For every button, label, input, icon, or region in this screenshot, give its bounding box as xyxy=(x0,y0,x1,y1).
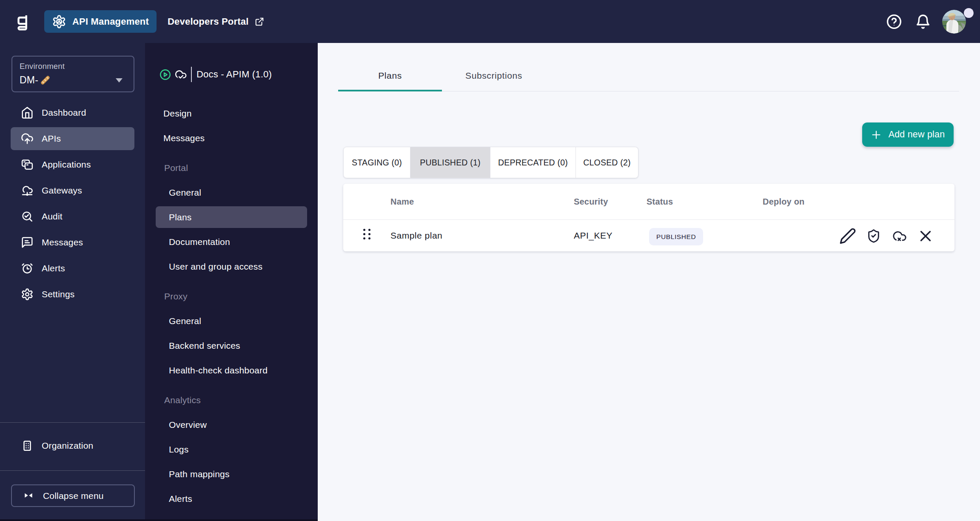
edit-plan-button[interactable] xyxy=(840,229,855,243)
api-menu-section-analytics: Analytics xyxy=(156,389,307,411)
api-menu-backend-services[interactable]: Backend services xyxy=(156,335,307,356)
sidebar-item-apis[interactable]: APIs xyxy=(11,127,134,150)
api-menu-label: Design xyxy=(163,108,192,119)
filter-label: CLOSED (2) xyxy=(583,158,630,168)
sidebar-item-label: Dashboard xyxy=(42,108,86,118)
api-menu-label: Overview xyxy=(169,420,207,430)
add-new-plan-button[interactable]: Add new plan xyxy=(862,122,954,147)
plan-name-cell: Sample plan xyxy=(390,220,442,251)
api-menu-label: Logs xyxy=(169,444,188,455)
filter-deprecated[interactable]: DEPRECATED (0) xyxy=(490,147,576,178)
sidebar-item-organization[interactable]: Organization xyxy=(11,434,134,457)
api-menu-label: Messages xyxy=(163,133,205,143)
bell-icon xyxy=(914,13,932,30)
api-menu-label: Backend services xyxy=(169,341,240,351)
applications-icon xyxy=(21,158,34,171)
api-menu-label: Health-check dashboard xyxy=(169,365,268,376)
search-check-icon xyxy=(21,210,34,223)
api-title: Docs - APIM (1.0) xyxy=(197,69,272,80)
api-menu-label: General xyxy=(169,316,201,326)
api-menu-section-proxy: Proxy xyxy=(156,285,307,307)
table-header: Name Security Status Deploy on xyxy=(343,184,954,220)
filter-closed[interactable]: CLOSED (2) xyxy=(576,147,638,178)
api-menu-portal-general[interactable]: General xyxy=(156,182,307,203)
api-started-icon xyxy=(159,68,171,81)
api-menu-logs[interactable]: Logs xyxy=(156,438,307,460)
avatar[interactable] xyxy=(942,10,966,34)
collapse-menu-button[interactable]: Collapse menu xyxy=(11,484,135,507)
api-menu-documentation[interactable]: Documentation xyxy=(156,231,307,253)
filter-label: STAGING (0) xyxy=(352,158,402,168)
top-bar-actions xyxy=(886,10,980,34)
add-new-plan-label: Add new plan xyxy=(889,129,945,140)
filter-published[interactable]: PUBLISHED (1) xyxy=(410,147,490,178)
tabs-bar: Plans Subscriptions xyxy=(338,43,959,91)
sidebar-item-label: Applications xyxy=(42,159,91,170)
sidebar-item-settings[interactable]: Settings xyxy=(11,283,134,306)
api-menu-proxy-general[interactable]: General xyxy=(156,310,307,332)
sidebar-item-label: Settings xyxy=(42,289,74,299)
api-menu-label: Plans xyxy=(169,212,192,222)
notifications-button[interactable] xyxy=(914,13,932,30)
unpublish-plan-button[interactable] xyxy=(892,229,907,243)
api-menu: Design Messages Portal General Plans Doc… xyxy=(145,102,318,512)
api-menu-path-mappings[interactable]: Path mappings xyxy=(156,463,307,485)
api-menu-plans[interactable]: Plans xyxy=(156,206,307,228)
api-menu-overview[interactable]: Overview xyxy=(156,414,307,436)
tab-label: Subscriptions xyxy=(465,71,522,81)
developers-portal-label: Developers Portal xyxy=(168,16,248,27)
sidebar-item-applications[interactable]: Applications xyxy=(11,153,134,176)
main-nav: Dashboard APIs Applications xyxy=(11,101,134,309)
alarm-clock-icon xyxy=(21,262,34,275)
plan-policies-button[interactable] xyxy=(866,229,881,243)
main-sidebar: Environment DM- Dashboard xyxy=(0,43,145,521)
sidebar-item-label: Organization xyxy=(42,441,93,451)
cloud-x-icon xyxy=(892,229,907,243)
drag-handle[interactable] xyxy=(363,229,375,246)
api-menu-section-label: Analytics xyxy=(164,395,201,405)
api-menu-section-label: Portal xyxy=(164,163,188,173)
status-dot xyxy=(964,8,974,18)
close-plan-button[interactable] xyxy=(918,229,933,243)
help-button[interactable] xyxy=(886,13,903,30)
gravitee-logo[interactable] xyxy=(17,15,27,31)
api-management-button[interactable]: API Management xyxy=(44,10,157,33)
sidebar-item-gateways[interactable]: Gateways xyxy=(11,179,134,202)
sidebar-item-label: APIs xyxy=(42,134,61,144)
cloud-upload-icon xyxy=(21,132,34,145)
column-header-security: Security xyxy=(574,184,608,220)
chevron-down-icon xyxy=(116,78,122,83)
tab-plans[interactable]: Plans xyxy=(338,60,442,91)
api-menu-alerts[interactable]: Alerts xyxy=(156,488,307,510)
collapse-icon xyxy=(23,490,34,501)
sidebar-item-alerts[interactable]: Alerts xyxy=(11,257,134,280)
api-menu-design[interactable]: Design xyxy=(156,102,307,124)
api-menu-messages[interactable]: Messages xyxy=(156,127,307,149)
api-menu-health-check[interactable]: Health-check dashboard xyxy=(156,359,307,381)
api-menu-label: Documentation xyxy=(169,237,230,247)
sidebar-item-label: Audit xyxy=(42,211,63,222)
filter-staging[interactable]: STAGING (0) xyxy=(343,147,410,178)
sidebar-item-audit[interactable]: Audit xyxy=(11,205,134,228)
environment-selector[interactable]: Environment DM- xyxy=(11,56,134,92)
plans-table: Name Security Status Deploy on Sample pl… xyxy=(343,184,954,251)
api-menu-label: General xyxy=(169,188,201,198)
pencil-icon xyxy=(839,228,856,245)
top-bar: API Management Developers Portal xyxy=(0,0,980,43)
cloud-gateway-icon xyxy=(21,184,34,197)
home-icon xyxy=(21,106,34,119)
filter-label: PUBLISHED (1) xyxy=(420,158,480,168)
api-menu-user-group-access[interactable]: User and group access xyxy=(156,256,307,277)
tab-subscriptions[interactable]: Subscriptions xyxy=(442,60,546,91)
api-management-gear-icon xyxy=(52,14,66,29)
row-actions xyxy=(840,229,933,243)
external-link-icon xyxy=(255,17,264,26)
sidebar-item-dashboard[interactable]: Dashboard xyxy=(11,101,134,124)
developers-portal-link[interactable]: Developers Portal xyxy=(168,16,264,27)
sidebar-item-messages[interactable]: Messages xyxy=(11,231,134,254)
table-row: Sample plan API_KEY PUBLISHED xyxy=(343,220,954,251)
close-icon xyxy=(918,228,933,244)
baguette-emoji xyxy=(40,74,51,86)
filter-label: DEPRECATED (0) xyxy=(498,158,568,168)
main-content: Plans Subscriptions Add new plan STAGING… xyxy=(318,43,980,521)
